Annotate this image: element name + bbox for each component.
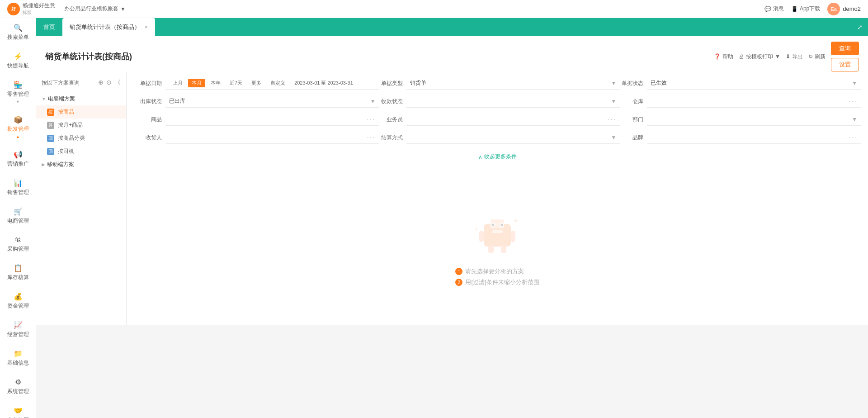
storage-filter[interactable]: ··· <box>647 95 861 108</box>
date-filter[interactable]: 上月 本月 本年 近7天 更多 自定义 2023-03-01 至 2023-03… <box>165 77 379 90</box>
date-label: 单据日期 <box>134 80 165 87</box>
sidebar-item-basic-info[interactable]: 📁 基础信息 <box>0 344 36 372</box>
svg-rect-8 <box>511 231 515 242</box>
sidebar-item-quick-nav[interactable]: ⚡ 快捷导航 <box>0 47 36 75</box>
storage-dots: ··· <box>849 97 857 105</box>
category-icon: 回 <box>47 135 54 142</box>
collapse-panel-button[interactable]: 《 <box>114 79 121 87</box>
date-range-display: 2023-03-01 至 2023-03-31 <box>294 80 353 86</box>
svg-point-4 <box>492 224 494 226</box>
quick-nav-icon: ⚡ <box>2 52 34 61</box>
header-actions: ❓ 帮助 🖨 按模板打印 ▼ ⬇ 导出 ↻ 刷新 <box>714 42 859 71</box>
date-btn-more[interactable]: 更多 <box>248 79 265 87</box>
print-button[interactable]: 🖨 按模板打印 ▼ <box>739 53 780 61</box>
refresh-button[interactable]: ↻ 刷新 <box>808 53 826 61</box>
tree-expand-icon: ▼ <box>42 96 46 101</box>
operations-icon: 📈 <box>2 321 34 329</box>
settings-button[interactable]: 设置 <box>831 58 859 71</box>
sidebar-item-ecommerce[interactable]: 🛒 电商管理 <box>0 202 36 230</box>
message-button[interactable]: 💬 消息 <box>764 5 784 13</box>
doc-status-filter[interactable]: 已生效 ▼ <box>647 77 861 90</box>
sidebar-item-finance[interactable]: 💰 资金管理 <box>0 287 36 315</box>
tree-item-by-month-goods[interactable]: 月 按月+商品 <box>36 119 126 132</box>
page-content: 销货单统计计表(按商品) ❓ 帮助 🖨 按模板打印 ▼ ⬇ 导出 <box>36 36 868 418</box>
date-btn-this-year[interactable]: 本年 <box>207 79 224 87</box>
export-button[interactable]: ⬇ 导出 <box>786 53 803 61</box>
tree-item-desktop[interactable]: ▼ 电脑端方案 <box>36 92 126 105</box>
empty-illustration: ✦ ✦ <box>470 206 524 260</box>
filter-container: 单据日期 上月 本月 本年 近7天 更多 自定义 2023-03-01 至 20… <box>127 71 868 170</box>
doc-type-arrow-icon: ▼ <box>611 80 616 86</box>
date-btn-7days[interactable]: 近7天 <box>226 79 246 87</box>
sidebar-item-operations[interactable]: 📈 经营管理 <box>0 315 36 344</box>
date-btn-custom[interactable]: 自定义 <box>267 79 289 87</box>
system-icon: ⚙ <box>2 378 34 386</box>
wholesale-icon: 📦 <box>2 115 34 124</box>
sidebar-item-marketing[interactable]: 📢 营销推广 <box>0 145 36 173</box>
doc-type-filter[interactable]: 销货单 ▼ <box>406 77 620 90</box>
sidebar-item-purchase[interactable]: 🛍 采购管理 <box>0 230 36 258</box>
warehouse-status-label: 出库状态 <box>134 98 165 105</box>
industry-selector[interactable]: 办公用品行业模拟账套 ▼ <box>64 5 126 13</box>
month-goods-icon: 月 <box>47 122 54 129</box>
tree-item-mobile[interactable]: ▶ 移动端方案 <box>36 158 126 171</box>
salesman-filter[interactable]: ··· <box>406 113 620 126</box>
add-scheme-button[interactable]: ⊕ <box>98 79 104 87</box>
content-area: 首页 销货单统计计表（按商品） × ⤢ 销货单统计计表(按商品) ❓ 帮助 <box>36 18 868 418</box>
tab-active[interactable]: 销货单统计计表（按商品） × <box>62 18 155 36</box>
query-button[interactable]: 查询 <box>831 42 859 55</box>
help-button[interactable]: ❓ 帮助 <box>714 53 733 61</box>
logo-icon: 好 <box>7 3 20 15</box>
sidebar-item-wholesale[interactable]: 📦 批发管理 ▲ <box>0 110 36 145</box>
sidebar-item-search[interactable]: 🔍 搜索菜单 <box>0 18 36 47</box>
tab-close-icon[interactable]: × <box>145 24 148 30</box>
sales-icon: 📊 <box>2 179 34 187</box>
tree-section: ▼ 电脑端方案 按 按商品 月 按月+商品 回 <box>36 90 126 173</box>
search-icon: 🔍 <box>2 24 34 32</box>
collapse-button[interactable]: ∧ 收起更多条件 <box>134 149 861 164</box>
right-content: 单据日期 上月 本月 本年 近7天 更多 自定义 2023-03-01 至 20… <box>127 71 868 325</box>
settings-scheme-button[interactable]: ⊙ <box>106 79 112 87</box>
logo-area: 好 畅捷通好生意 标版 <box>7 2 55 16</box>
sidebar-item-inventory[interactable]: 📋 库存核算 <box>0 258 36 287</box>
settlement-label: 结算方式 <box>379 134 406 142</box>
sidebar-item-collab[interactable]: 🤝 企业协同 <box>0 401 36 418</box>
avatar: Ea <box>827 3 840 15</box>
goods-scheme-icon: 按 <box>47 109 54 116</box>
date-btn-this-month[interactable]: 本月 <box>188 79 205 87</box>
tip-num-1: 1 <box>455 268 462 275</box>
brand-filter[interactable]: ··· <box>647 131 861 144</box>
page-title: 销货单统计计表(按商品) <box>45 51 132 62</box>
warehouse-status-filter[interactable]: 已出库 ▼ <box>165 95 379 108</box>
sidebar-item-sales[interactable]: 📊 销售管理 <box>0 173 36 202</box>
settlement-filter[interactable]: ▼ <box>406 131 620 144</box>
filter-row-3: 商品 ··· 业务员 ··· 部门 ▼ <box>134 113 861 126</box>
goods-filter[interactable]: ··· <box>165 113 379 126</box>
tree-item-by-driver[interactable]: 回 按司机 <box>36 145 126 158</box>
date-btn-last-month[interactable]: 上月 <box>169 79 186 87</box>
expand-icon: ⤢ <box>857 24 863 31</box>
dept-filter[interactable]: ▼ <box>647 113 861 126</box>
help-icon: ❓ <box>714 53 721 60</box>
filter-row-4: 收货人 ··· 结算方式 ▼ 品牌 ··· <box>134 131 861 144</box>
topbar-right: 💬 消息 📱 App下载 Ea demo2 <box>764 3 861 15</box>
filter-row-2: 出库状态 已出库 ▼ 收款状态 ▼ 仓库 <box>134 95 861 108</box>
print-icon: 🖨 <box>739 53 744 60</box>
tree-item-by-category[interactable]: 回 按商品分类 <box>36 132 126 145</box>
user-area[interactable]: Ea demo2 <box>827 3 861 15</box>
payment-status-filter[interactable]: ▼ <box>406 95 620 108</box>
page-header: 销货单统计计表(按商品) ❓ 帮助 🖨 按模板打印 ▼ ⬇ 导出 <box>36 36 868 71</box>
sidebar-item-system[interactable]: ⚙ 系统管理 <box>0 372 36 401</box>
tab-home[interactable]: 首页 <box>36 18 62 36</box>
left-panel: 按以下方案查询 ⊕ ⊙ 《 ▼ 电脑端方案 <box>36 71 127 325</box>
dept-label: 部门 <box>620 116 647 124</box>
tree-item-by-goods[interactable]: 按 按商品 <box>36 105 126 119</box>
tab-expand-button[interactable]: ⤢ <box>852 24 868 31</box>
basic-info-icon: 📁 <box>2 349 34 358</box>
app-download-button[interactable]: 📱 App下载 <box>791 5 820 13</box>
settlement-arrow-icon: ▼ <box>611 134 616 141</box>
driver-icon: 回 <box>47 148 54 155</box>
retail-icon: 🏪 <box>2 81 34 89</box>
recipient-filter[interactable]: ··· <box>165 131 379 144</box>
sidebar-item-retail[interactable]: 🏪 零售管理 ▼ <box>0 75 36 110</box>
